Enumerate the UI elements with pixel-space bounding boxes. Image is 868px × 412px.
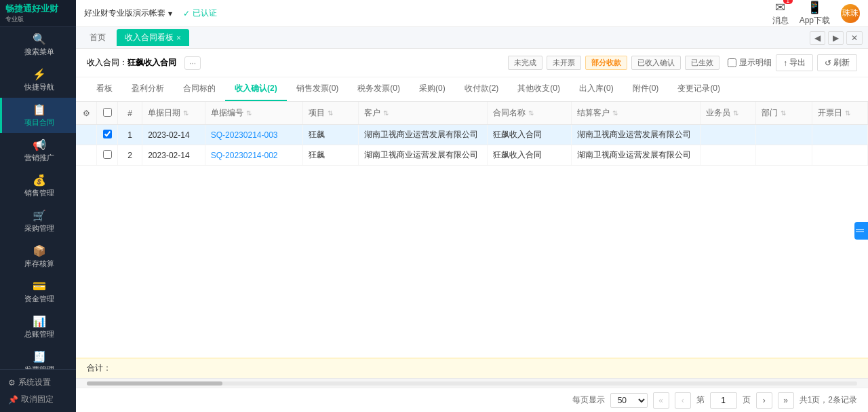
th-salesperson-label: 业务员 [706, 107, 730, 119]
status-confirmed[interactable]: 已收入确认 [631, 56, 681, 70]
message-label: 消息 [772, 15, 789, 26]
right-float-icon: || [856, 228, 865, 232]
funds-icon: 💳 [33, 280, 46, 293]
order-link-0[interactable]: SQ-20230214-003 [211, 130, 278, 140]
scroll-bar-area[interactable] [76, 378, 868, 388]
status-uninvoiced[interactable]: 未开票 [547, 56, 581, 70]
nav-tab-purchase[interactable]: 采购(0) [410, 77, 455, 101]
show-detail-label: 显示明细 [728, 57, 772, 69]
th-project[interactable]: 项目⇅ [302, 102, 358, 125]
show-detail-checkbox[interactable] [728, 58, 736, 67]
nav-tab-other_income[interactable]: 其他收支(0) [508, 77, 570, 101]
nav-tab-change_log[interactable]: 变更记录(0) [668, 77, 730, 101]
sidebar-item-funds[interactable]: 💳资金管理 [0, 274, 76, 310]
page-input[interactable] [710, 392, 737, 409]
th-department[interactable]: 部门⇅ [756, 102, 812, 125]
nav-tab-kanban[interactable]: 看板 [87, 77, 122, 101]
sidebar-bottom-label-pin: 取消固定 [21, 394, 54, 405]
tab-close-all-button[interactable]: ✕ [846, 31, 863, 45]
contract-name: 狂飙收入合同 [127, 58, 176, 67]
sidebar-bottom-pin[interactable]: 📌取消固定 [4, 391, 72, 408]
active-tab[interactable]: 收入合同看板 × [117, 29, 189, 46]
order-link-1[interactable]: SQ-20230214-002 [211, 151, 278, 160]
topbar: 好业财专业版演示帐套 ▾ ✓ 已认证 ✉ 1 消息 📱 App下载 珠珠 [76, 0, 868, 27]
nav-tab-tax_invoice[interactable]: 税务发票(0) [348, 77, 410, 101]
sort-contract-icon: ⇅ [528, 109, 534, 117]
th-order-no[interactable]: 单据编号⇅ [205, 102, 302, 125]
th-salesperson[interactable]: 业务员⇅ [701, 102, 756, 125]
row-checkbox-1[interactable] [103, 150, 112, 159]
sidebar-item-invoice[interactable]: 🧾发票管理 [0, 345, 76, 369]
search-icon: 🔍 [33, 33, 46, 45]
nav-tab-profit[interactable]: 盈利分析 [122, 77, 174, 101]
next-page-button[interactable]: › [756, 392, 772, 409]
message-badge: 1 [783, 0, 793, 4]
nav-tabs: 看板盈利分析合同标的收入确认(2)销售发票(0)税务发票(0)采购(0)收付款(… [76, 77, 868, 102]
sidebar-item-general-ledger[interactable]: 📊总账管理 [0, 310, 76, 345]
settings-icon[interactable]: ⚙ [83, 109, 90, 118]
nav-tab-standards[interactable]: 合同标的 [174, 77, 225, 101]
select-all-checkbox[interactable] [103, 108, 112, 117]
th-no: # [118, 102, 142, 125]
refresh-button[interactable]: ↺ 刷新 [817, 54, 857, 71]
per-page-select[interactable]: 50 20 100 [610, 393, 648, 408]
sidebar-item-sales[interactable]: 💰销售管理 [0, 168, 76, 204]
first-page-button[interactable]: « [653, 392, 669, 409]
page-suffix: 页 [743, 394, 751, 406]
sort-sales-icon: ⇅ [733, 109, 738, 117]
sidebar-item-inventory[interactable]: 📦库存核算 [0, 239, 76, 274]
prev-page-button[interactable]: ‹ [675, 392, 691, 409]
scroll-thumb[interactable] [87, 381, 222, 386]
th-department-label: 部门 [762, 107, 778, 119]
sidebar-label-sales: 销售管理 [24, 188, 54, 198]
page-label: 第 [696, 394, 705, 406]
sidebar-logo: 畅捷通好业财 专业版 [0, 0, 76, 27]
contract-prefix: 收入合同： [87, 58, 127, 67]
tab-next-button[interactable]: ▶ [828, 31, 844, 45]
th-result-customer[interactable]: 结算客户⇅ [571, 102, 700, 125]
right-float-button[interactable]: || [854, 221, 868, 239]
cell-open-0 [812, 125, 867, 145]
invoice-icon: 🧾 [33, 350, 46, 363]
message-button[interactable]: ✉ 1 消息 [772, 0, 789, 26]
company-selector[interactable]: 好业财专业版演示帐套 ▾ [84, 7, 172, 19]
cell-date-1: 2023-02-14 [142, 145, 205, 166]
nav-tab-income_confirm[interactable]: 收入确认(2) [225, 77, 287, 101]
row-checkbox-0[interactable] [103, 130, 112, 138]
nav-tab-attachment[interactable]: 附件(0) [623, 77, 669, 101]
th-date[interactable]: 单据日期⇅ [142, 102, 205, 125]
nav-tab-payment[interactable]: 收付款(2) [455, 77, 509, 101]
tab-close-button[interactable]: × [176, 33, 181, 43]
sidebar-nav: 🔍搜索菜单⚡快捷导航📋项目合同📢营销推广💰销售管理🛒采购管理📦库存核算💳资金管理… [0, 27, 76, 369]
nav-tab-outbound[interactable]: 出入库(0) [570, 77, 623, 101]
table-container: ⚙ # 单据日期⇅ 单据编号⇅ 项目⇅ 客户⇅ 合同名称⇅ 结算客户⇅ 业务员⇅… [76, 102, 868, 358]
th-customer[interactable]: 客户⇅ [359, 102, 488, 125]
status-partial[interactable]: 部分收款 [585, 56, 627, 70]
pagination-total: 共1页，2条记录 [800, 394, 857, 406]
inventory-icon: 📦 [33, 244, 46, 257]
tab-prev-button[interactable]: ◀ [810, 31, 825, 45]
app-download-button[interactable]: 📱 App下载 [800, 0, 830, 26]
sidebar-item-project-contract[interactable]: 📋项目合同 [0, 98, 76, 133]
export-button[interactable]: ↑ 导出 [776, 54, 813, 71]
sidebar-item-marketing[interactable]: 📢营销推广 [0, 133, 76, 168]
th-project-label: 项目 [309, 107, 325, 119]
status-effective[interactable]: 已生效 [685, 56, 719, 70]
sidebar-item-search[interactable]: 🔍搜索菜单 [0, 27, 76, 62]
th-contract-name[interactable]: 合同名称⇅ [488, 102, 571, 125]
home-tab[interactable]: 首页 [81, 29, 114, 46]
nav-tab-sales_invoice[interactable]: 销售发票(0) [287, 77, 349, 101]
last-page-button[interactable]: » [778, 392, 794, 409]
cell-check-0 [97, 125, 118, 145]
avatar[interactable]: 珠珠 [841, 4, 860, 23]
quick-nav-icon: ⚡ [33, 68, 46, 81]
sidebar-item-purchase[interactable]: 🛒采购管理 [0, 204, 76, 239]
sidebar-bottom-settings[interactable]: ⚙系统设置 [4, 374, 72, 391]
cell-customer-1: 湖南卫视商业运营发展有限公司 [359, 145, 488, 166]
th-open-date[interactable]: 开票日⇅ [812, 102, 867, 125]
show-detail-text: 显示明细 [739, 57, 772, 69]
status-incomplete[interactable]: 未完成 [508, 56, 542, 70]
contract-more-button[interactable]: ··· [184, 56, 201, 70]
th-open-date-label: 开票日 [818, 107, 842, 119]
sidebar-item-quick-nav[interactable]: ⚡快捷导航 [0, 62, 76, 98]
